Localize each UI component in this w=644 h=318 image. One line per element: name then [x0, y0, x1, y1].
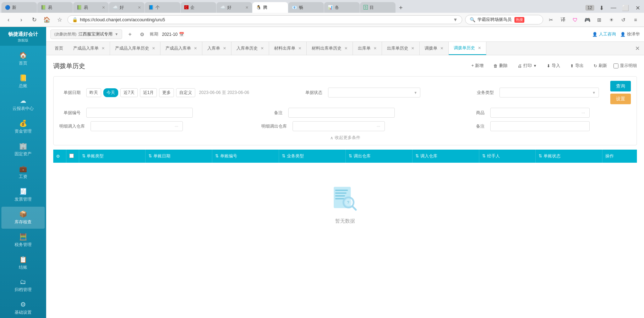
close-window-icon[interactable]: ✕ [633, 3, 643, 13]
tab-close-out-order[interactable]: ✕ [373, 46, 377, 51]
more-icon[interactable]: ≡ [631, 15, 640, 25]
sidebar-item-funds[interactable]: 💰 资金管理 [1, 116, 45, 138]
table-header-docstatus[interactable]: ⇅ 单账状态 [536, 150, 602, 163]
downloads-icon[interactable]: ⬇ [596, 3, 606, 13]
table-header-outwarehouse[interactable]: ⇅ 调出仓库 [346, 150, 413, 163]
browser-tab-11[interactable]: 🅂 目 [360, 2, 395, 13]
tab-product-in-hist[interactable]: 产成品入库单历史 ✕ [110, 42, 160, 55]
tab-transfer[interactable]: 调拨单 ✕ [420, 42, 449, 55]
tab-product-in[interactable]: 产成品入库单 ✕ [68, 42, 110, 55]
tab-close-4[interactable]: ✕ [138, 5, 141, 10]
out-warehouse-filter-select[interactable]: ··· [293, 121, 385, 131]
date-btn-7days[interactable]: 近7天 [120, 88, 138, 97]
scissors-icon[interactable]: ✂ [546, 15, 556, 25]
table-header-biztype[interactable]: ⇅ 业务类型 [279, 150, 346, 163]
brightness-icon[interactable]: ☀ [606, 15, 616, 25]
home-button[interactable]: 🏠 [42, 15, 52, 25]
show-toggle-checkbox[interactable] [613, 63, 618, 68]
sidebar-item-basic[interactable]: ⚙ 基础设置 [1, 297, 45, 318]
maximize-icon[interactable]: ⬜ [621, 3, 631, 13]
shield-icon[interactable]: 🛡 [570, 15, 580, 25]
tab-home[interactable]: 首页 [50, 43, 68, 54]
date-btn-yesterday[interactable]: 昨天 [86, 88, 101, 97]
tab-close-material-out[interactable]: ✕ [298, 46, 301, 51]
tab-close-7[interactable]: ✕ [245, 5, 249, 10]
translate-icon[interactable]: 译 [558, 15, 568, 25]
browser-tab-5[interactable]: 📘 个 [145, 2, 180, 13]
add-company-button[interactable]: + [126, 30, 134, 39]
sidebar-item-closing[interactable]: 📋 结账 [1, 252, 45, 274]
delete-button[interactable]: 🗑 删除 [490, 61, 511, 71]
tab-close-in-order[interactable]: ✕ [223, 46, 226, 51]
tab-transfer-hist[interactable]: 调拨单历史 ✕ [449, 42, 486, 55]
undo-icon[interactable]: ↺ [618, 15, 628, 25]
new-button[interactable]: + 新增 [468, 61, 487, 71]
tab-product-in2[interactable]: 产成品入库单 ✕ [160, 42, 202, 55]
url-dropdown-icon[interactable]: ▼ [453, 17, 458, 22]
setting-button[interactable]: 设置 [610, 94, 631, 104]
query-button[interactable]: 查询 [610, 81, 631, 91]
print-button[interactable]: 🖨 打印 ▼ [514, 61, 540, 71]
table-header-handler[interactable]: ⇅ 经手人 [479, 150, 536, 163]
browser-tab-7[interactable]: ☁️ 好 ✕ [217, 2, 252, 13]
table-header-docdate[interactable]: ⇅ 单账日期 [146, 150, 212, 163]
table-header-check[interactable] [66, 150, 79, 163]
game-icon[interactable]: 🎮 [582, 15, 592, 25]
company-settings-button[interactable]: ⚙ [138, 30, 146, 39]
import-button[interactable]: ⬇ 导入 [543, 61, 564, 71]
sidebar-item-inventory[interactable]: 📦 库存核查 [1, 207, 45, 229]
tab-close-product-in2[interactable]: ✕ [194, 46, 197, 51]
url-bar[interactable]: 🔒 https://cloud.chanjet.com/accounting/u… [67, 15, 462, 24]
docno-filter-input[interactable] [86, 108, 193, 118]
sidebar-item-ledger[interactable]: 📒 总账 [1, 71, 45, 93]
sidebar-item-invoice[interactable]: 🧾 发票管理 [1, 184, 45, 206]
browser-tab-3[interactable]: 📗 易 ✕ [73, 2, 109, 13]
minimize-icon[interactable]: — [608, 3, 618, 13]
browser-tab-8[interactable]: 🐧 腾 [252, 2, 288, 13]
tab-close-product-in[interactable]: ✕ [102, 46, 105, 51]
gear-icon[interactable]: ⚙ [56, 154, 60, 159]
back-button[interactable]: ‹ [4, 15, 13, 25]
table-header-gear[interactable]: ⚙ [53, 150, 66, 163]
table-header-inwarehouse[interactable]: ⇅ 调入仓库 [413, 150, 479, 163]
date-btn-custom[interactable]: 自定义 [176, 88, 195, 97]
browser-tab-1[interactable]: 🔵 新 [1, 2, 37, 13]
tab-out-hist[interactable]: 出库单历史 ✕ [382, 42, 420, 55]
new-tab-button[interactable]: + [396, 3, 406, 13]
company-selector[interactable]: (勿删勿禁用) 江西服宝测试专用 ▼ [50, 29, 122, 39]
period-selector[interactable]: 2021-10 📅 [162, 32, 184, 37]
in-warehouse-more-icon[interactable]: ··· [173, 124, 180, 129]
user-info[interactable]: 👤 徐泽华 [620, 31, 640, 37]
date-btn-1month[interactable]: 近1月 [140, 88, 157, 97]
sidebar-item-home[interactable]: 🏠 首页 [1, 48, 45, 70]
browser-tab-4[interactable]: ☁️ 好 ✕ [109, 2, 144, 13]
date-btn-more[interactable]: 更多 [159, 88, 174, 97]
tab-in-order[interactable]: 入库单 ✕ [202, 42, 231, 55]
tab-in-hist[interactable]: 入库单历史 ✕ [231, 42, 269, 55]
table-header-doctype[interactable]: ⇅ 单账类型 [79, 150, 146, 163]
in-warehouse-filter-select[interactable]: ··· [91, 121, 183, 131]
search-bar[interactable]: 🔍 学霸应聘场驱鸟员 热搜 [465, 15, 543, 24]
collapse-filter-button[interactable]: ∧ 收起更多条件 [59, 135, 631, 141]
out-warehouse-more-icon[interactable]: ··· [375, 124, 382, 129]
table-header-docno[interactable]: ⇅ 单账编号 [212, 150, 279, 163]
sidebar-item-reports[interactable]: ☁ 云报表中心 [1, 93, 45, 115]
refresh-button[interactable]: ↻ 刷新 [590, 61, 611, 71]
remark2-filter-select[interactable] [490, 121, 590, 131]
tab-material-out-hist[interactable]: 材料出库单历史 ✕ [307, 42, 353, 55]
goods-more-icon[interactable]: ··· [580, 110, 586, 115]
tab-close-transfer-hist[interactable]: ✕ [478, 46, 481, 50]
tab-close-in-hist[interactable]: ✕ [261, 46, 264, 51]
browser-tab-9[interactable]: 📧 畅 [288, 2, 324, 13]
remark-filter-input[interactable] [288, 108, 395, 118]
goods-filter-select[interactable]: ··· [490, 108, 590, 118]
grid-icon[interactable]: ⊞ [594, 15, 604, 25]
sidebar-item-archive[interactable]: 🗂 归档管理 [1, 275, 45, 296]
date-btn-today[interactable]: 今天 [103, 88, 118, 97]
customer-service-button[interactable]: 👤 人工咨询 [592, 31, 616, 37]
tab-close-material-out-hist[interactable]: ✕ [344, 46, 348, 51]
forward-button[interactable]: › [16, 15, 26, 25]
tab-close-out-hist[interactable]: ✕ [411, 46, 414, 51]
tab-close-3[interactable]: ✕ [102, 5, 105, 10]
browser-tab-6[interactable]: 🅲 企 [181, 2, 216, 13]
